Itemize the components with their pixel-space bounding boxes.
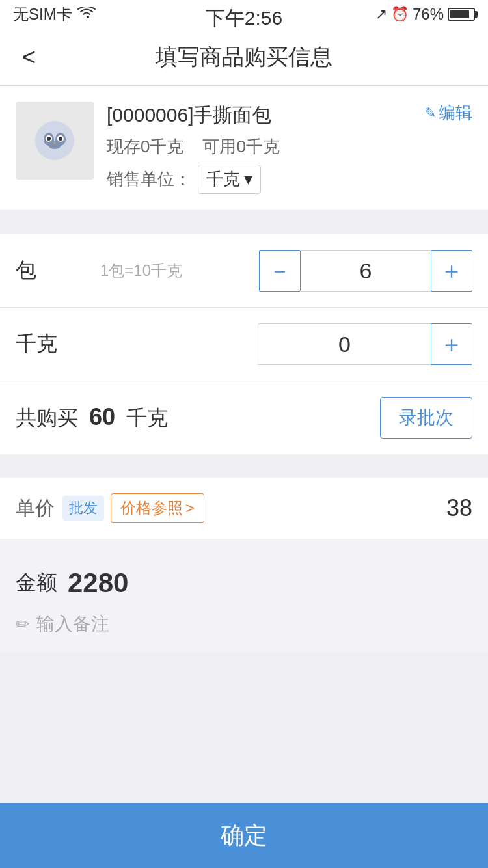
chevron-down-icon: ▾ — [244, 169, 252, 189]
product-unit-row: 销售单位： 千克 ▾ — [107, 165, 472, 194]
summary-amount: 60 — [89, 403, 115, 430]
price-value: 38 — [446, 495, 472, 522]
page-title: 填写商品购买信息 — [156, 42, 332, 72]
summary-text: 共购买 60 千克 — [16, 403, 168, 433]
price-ref-button[interactable]: 价格参照 > — [111, 493, 204, 523]
status-left: 无SIM卡 — [13, 4, 96, 25]
chevron-right-icon: > — [185, 499, 195, 517]
kg-controls: ＋ — [258, 323, 472, 365]
section-gap-2 — [0, 454, 488, 466]
amount-row: 金额 2280 — [16, 554, 472, 605]
kg-row: 千克 ＋ — [0, 308, 488, 381]
amount-section: 金额 2280 ✏ 输入备注 — [0, 539, 488, 652]
package-minus-button[interactable]: － — [259, 250, 301, 292]
section-gap-1 — [0, 223, 488, 234]
package-hint: 1包=10千克 — [100, 260, 182, 281]
content-filler — [0, 652, 488, 803]
package-input[interactable] — [301, 250, 431, 292]
package-plus-button[interactable]: ＋ — [431, 250, 472, 292]
nav-bar: < 填写商品购买信息 — [0, 29, 488, 86]
product-thumbnail — [16, 102, 94, 180]
kg-plus-button[interactable]: ＋ — [431, 323, 472, 365]
package-row: 包 1包=10千克 － ＋ — [0, 234, 488, 308]
package-controls: － ＋ — [259, 250, 472, 292]
confirm-label: 确定 — [221, 820, 267, 852]
unit-select[interactable]: 千克 ▾ — [198, 165, 261, 194]
confirm-button[interactable]: 确定 — [0, 803, 488, 868]
product-name: [0000006]手撕面包 — [107, 102, 472, 129]
kg-input[interactable] — [258, 323, 431, 365]
battery-percent: 76% — [413, 5, 444, 23]
product-info: [0000006]手撕面包 现存0千克 可用0千克 销售单位： 千克 ▾ — [107, 102, 472, 194]
batch-button[interactable]: 录批次 — [380, 397, 472, 439]
batch-tag: 批发 — [62, 496, 104, 521]
location-icon: ↗ — [375, 6, 387, 23]
svg-point-7 — [48, 141, 61, 149]
amount-label: 金额 — [16, 569, 57, 597]
status-time: 下午2:56 — [206, 5, 282, 32]
package-label: 包 — [16, 256, 94, 285]
pencil-icon: ✏ — [16, 614, 30, 634]
svg-point-6 — [59, 137, 62, 141]
edit-icon: ✎ — [424, 105, 436, 122]
package-section: 包 1包=10千克 － ＋ 千克 ＋ 共购买 60 千克 录批次 — [0, 234, 488, 454]
status-right: ↗ ⏰ 76% — [375, 5, 475, 23]
back-button[interactable]: < — [16, 37, 42, 77]
product-card: [0000006]手撕面包 现存0千克 可用0千克 销售单位： 千克 ▾ ✎ — [0, 86, 488, 210]
svg-point-0 — [35, 121, 74, 160]
kg-label: 千克 — [16, 330, 94, 359]
svg-point-5 — [47, 137, 51, 141]
remark-row[interactable]: ✏ 输入备注 — [16, 605, 472, 652]
summary-row: 共购买 60 千克 录批次 — [0, 381, 488, 454]
battery-icon — [448, 8, 475, 21]
status-bar: 无SIM卡 下午2:56 ↗ ⏰ 76% — [0, 0, 488, 29]
alarm-icon: ⏰ — [391, 6, 409, 23]
wifi-icon — [77, 5, 96, 23]
product-stock: 现存0千克 可用0千克 — [107, 135, 472, 158]
carrier-text: 无SIM卡 — [13, 4, 72, 25]
price-section: 单价 批发 价格参照 > 38 — [0, 478, 488, 539]
amount-value: 2280 — [68, 567, 128, 599]
price-label: 单价 — [16, 495, 55, 522]
edit-button[interactable]: ✎ 编辑 — [424, 102, 472, 124]
remark-placeholder: 输入备注 — [36, 612, 109, 636]
